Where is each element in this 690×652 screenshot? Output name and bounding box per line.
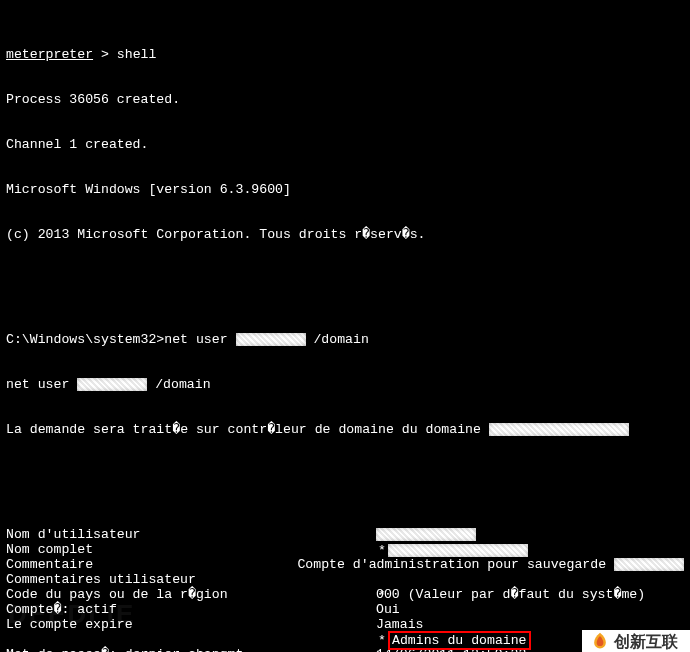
copyright-line: (c) 2013 Microsoft Corporation. Tous dro… — [6, 227, 684, 242]
property-row: Compte�: actifOui — [6, 602, 684, 617]
group-entry: * — [378, 543, 531, 558]
property-row: Nom complet — [6, 542, 684, 557]
property-label: Nom d'utilisateur — [6, 527, 376, 542]
property-label: Code du pays ou de la r�gion — [6, 587, 376, 602]
blank-line — [6, 272, 684, 287]
group-entry: * — [378, 588, 531, 603]
blank-line — [6, 467, 684, 482]
brand-logo-icon — [590, 631, 610, 651]
redacted-username-echo — [77, 378, 147, 391]
property-label: Commentaires utilisateur — [6, 572, 376, 587]
property-label: Le compte expire — [6, 617, 376, 632]
property-row: Code du pays ou de la r�gion000 (Valeur … — [6, 587, 684, 602]
redacted-username — [236, 333, 306, 346]
property-label: Nom complet — [6, 542, 376, 557]
echo-right: /domain — [147, 377, 210, 392]
property-label: Compte�: actif — [6, 602, 376, 617]
process-created-line: Process 36056 created. — [6, 92, 684, 107]
terminal-output[interactable]: meterpreter > shell Process 36056 create… — [0, 0, 690, 652]
prompt-separator: > — [93, 47, 117, 62]
windows-version-line: Microsoft Windows [version 6.3.9600] — [6, 182, 684, 197]
command-echo-line: net user /domain — [6, 377, 684, 392]
channel-created-line: Channel 1 created. — [6, 137, 684, 152]
redacted-group — [388, 544, 528, 557]
command-line: C:\Windows\system32>net user /domain — [6, 332, 684, 347]
brand-text: 创新互联 — [614, 634, 678, 649]
notice-text: La demande sera trait�e sur contr�leur d… — [6, 422, 489, 437]
redacted-domain — [489, 423, 629, 436]
property-row: CommentaireCompte d'administration pour … — [6, 557, 684, 572]
property-row: Commentaires utilisateur — [6, 572, 684, 587]
cwd-prompt: C:\Windows\system32> — [6, 332, 164, 347]
domain-notice-line: La demande sera trait�e sur contr�leur d… — [6, 422, 684, 437]
prompt-prefix: meterpreter — [6, 47, 93, 62]
property-row: Nom d'utilisateur — [6, 527, 684, 542]
property-label: Mot de passe�: dernier changmt. — [6, 647, 376, 652]
netuser-right: /domain — [306, 332, 369, 347]
meterpreter-prompt: meterpreter > shell — [6, 47, 684, 62]
domain-admins-group: Admins du domaine — [388, 631, 531, 650]
redacted-value — [614, 558, 684, 571]
echo-left: net user — [6, 377, 77, 392]
global-groups-column: * * *Admins du domaine * * * * — [378, 513, 531, 652]
shell-command: shell — [117, 47, 157, 62]
netuser-left: net user — [164, 332, 235, 347]
property-label: Commentaire — [6, 557, 297, 572]
group-entry-highlighted: *Admins du domaine — [378, 633, 531, 648]
brand-watermark: 创新互联 — [582, 630, 690, 652]
